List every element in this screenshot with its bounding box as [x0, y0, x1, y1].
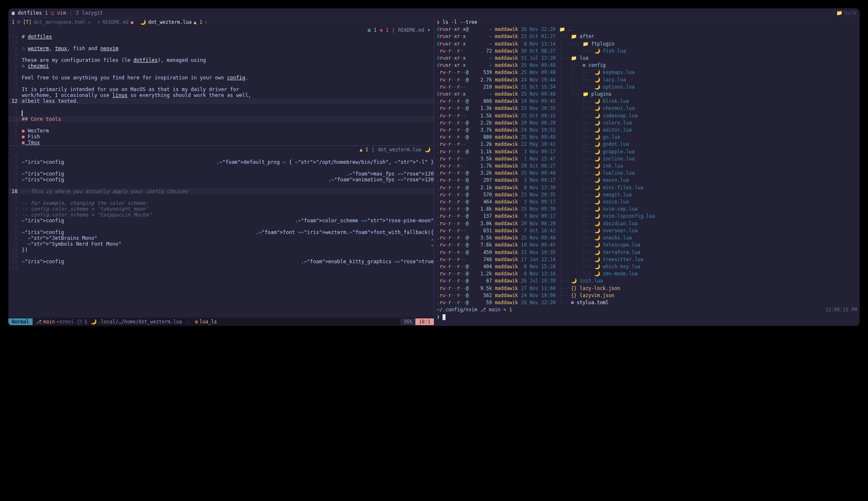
ls-row: .rw-r--r--@ 464 maddawik 3 Nov 09:17 │ ├… — [437, 198, 857, 206]
ls-row: .rw-r--r--@ 570 maddawik 23 Nov 20:35 │ … — [437, 191, 857, 198]
terminal-window: ▣ dotfiles 1 ▢ vim | 2 lazygit 📁 nvim 1⟳… — [8, 8, 860, 326]
ls-row: .rw-r--r-- 748 maddawik 17 Jun 12:14 │ ├… — [437, 256, 857, 263]
code-line: 6 — [8, 224, 434, 229]
shell-prompt: ~/.config/nvim ⎇ main ✎ 112:08:15 PM — [437, 306, 857, 313]
ls-row: .rw-r--r--@ 1.1k maddawik 3 Nov 09:17 │ … — [437, 148, 857, 155]
branch-icon: ⎇ — [36, 319, 42, 325]
code-line: 2It is primarily intended for use on Mac… — [8, 86, 434, 92]
ls-row: .rw-r--r--@ 2.1k maddawik 8 Nov 13:30 │ … — [437, 184, 857, 191]
gear-icon: ⚙ — [195, 319, 198, 325]
code-line: 5="iris">config.="foam">default_prog = {… — [8, 159, 434, 165]
ls-row: .rw-r--r-- 1.2k maddawik 22 May 10:41 │ … — [437, 141, 857, 148]
ls-row: .rw-r--r--@ 808 maddawik 10 Nov 09:45 │ … — [437, 98, 857, 105]
code-line: 1 — [8, 183, 434, 188]
code-line: 4 — [8, 122, 434, 128]
code-line: 2="iris">config.="foam">animation_fps = … — [8, 177, 434, 183]
package-icon: ⬡ 1 — [77, 319, 87, 325]
tmux-tabline: ▣ dotfiles 1 ▢ vim | 2 lazygit 📁 nvim — [8, 8, 860, 18]
code-line: 2 — [8, 110, 434, 116]
code-line: 6● Fish — [8, 134, 434, 140]
ls-row: .rw-r--r--@ 59 maddawik 26 Nov 22:20 └──… — [437, 299, 857, 306]
diagnostic-warn-icon: ▲ 1 — [359, 147, 368, 153]
winbar-filename: README.md — [398, 27, 424, 33]
code-line: 1 — [8, 194, 434, 200]
ls-row: .rw-r--r--@ 2.7k maddawik 24 Nov 19:44 │… — [437, 76, 857, 84]
shell-input[interactable]: ❯ — [437, 313, 857, 320]
ls-row: .rw-r--r-- 210 maddawik 31 Oct 15:34 │ │… — [437, 84, 857, 91]
code-line: 3 — [8, 81, 434, 86]
editor-pane-readme[interactable]: ⊞ 1 ⊗ 1 | README.md ⬇ 11# dotfiles109⌂ w… — [8, 26, 434, 145]
code-line: 12="iris">config.="foam">enable_kitty_gr… — [8, 259, 434, 264]
ls-row: .rw-r--r--@ 7.6k maddawik 10 Nov 09:45 │… — [437, 242, 857, 249]
code-line: 3## Core tools — [8, 116, 434, 122]
code-line: 5="iris">config.="foam">color_scheme = =… — [8, 218, 434, 224]
cursor-position: 18:1 — [415, 318, 434, 325]
ls-row: .rw-r--r--@ 3.0k maddawik 20 Nov 08:29 │… — [437, 220, 857, 227]
ls-row: .rw-r--r--@ 3.5k maddawik 25 Nov 09:48 │… — [437, 234, 857, 242]
ls-row: .rw-r--r--@ 2.2k maddawik 20 Nov 08:29 │… — [437, 120, 857, 127]
code-line: 8 ="str">"JetBrains Mono", — [8, 235, 434, 241]
ls-row: .rw-r--r--@ 404 maddawik 8 Nov 15:28 │ ├… — [437, 263, 857, 270]
lsp-status: ⚙ lua_ls — [195, 319, 216, 325]
code-line: 7These are my configuration files (le do… — [8, 57, 434, 63]
code-line: 12albeit less tested. — [8, 98, 434, 104]
code-line: 6⊕ chezmoi — [8, 63, 434, 69]
code-line: 6 — [8, 153, 434, 159]
ls-row: .rw-r--r-- 1.5k maddawik 25 Oct 09:15 │ … — [437, 112, 857, 120]
code-line: 10}) — [8, 247, 434, 253]
tmux-tab-1[interactable]: ▣ dotfiles 1 ▢ vim — [12, 10, 66, 16]
ls-row: .rw-r--r--@ 1.2k maddawik 8 Nov 13:16 │ … — [437, 270, 857, 277]
buffer-tabline: 1⟳[T]dot_aerospace.toml✕⬇README.md●🌙dot_… — [8, 18, 434, 26]
file-path: .local/…/home/dot_wezterm.lua — [98, 319, 182, 325]
ls-row: drwxr-xr-x@ - maddawik 26 Nov 22:20 📁 . — [437, 26, 857, 33]
code-line: 5 — [8, 69, 434, 75]
markdown-icon: ⬇ — [428, 27, 430, 33]
code-line: 9 ="str">"Symbols Nerd Font Mono", — [8, 241, 434, 247]
ls-row: .rw-r--r--@ 3.7k maddawik 24 Nov 19:51 │… — [437, 127, 857, 134]
session-name: 📁 nvim — [836, 10, 856, 16]
ls-row: .rw-r--r--@ 9.5k maddawik 27 Nov 11:04 ├… — [437, 285, 857, 292]
ls-row: .rw-r--r--@ 539 maddawik 25 Nov 09:48 │ … — [437, 69, 857, 76]
code-line: 1work/home, I occasionally use linux so … — [8, 92, 434, 98]
ls-row: .rw-r--r-- 3.5k maddawik 1 Nov 15:47 │ ├… — [437, 155, 857, 163]
folder-icon: 📁 — [836, 10, 843, 16]
ls-row: drwxr-xr-x - maddawik 23 Oct 01:27 ├── 📁… — [437, 33, 857, 40]
code-line: 10 — [8, 40, 434, 46]
code-line: 4 — [8, 165, 434, 171]
code-line: 11# dotfiles — [8, 34, 434, 40]
scroll-percent: 36% — [400, 318, 416, 325]
close-icon[interactable]: ✕ — [204, 19, 207, 25]
code-line: 2-- For example, changing the color sche… — [8, 200, 434, 206]
code-line: 3-- config.color_scheme = 'tokyonight_mo… — [8, 206, 434, 212]
git-added-icon: ⊞ 1 — [368, 27, 377, 33]
code-line: 11 — [8, 253, 434, 259]
winbar-filename: dot_wezterm.lua — [378, 147, 421, 153]
buffer-tab[interactable]: 1⟳[T]dot_aerospace.toml✕ — [8, 18, 94, 26]
ls-row: drwxr-xr-x - maddawik 31 Jul 13:20 ├── 📁… — [437, 55, 857, 62]
mode-indicator: Normal — [8, 318, 33, 325]
buffer-tab[interactable]: ⬇README.md● — [94, 18, 137, 26]
code-line: 4Feel free to use anything you find here… — [8, 75, 434, 81]
code-line: 18-- This is where you actually apply yo… — [8, 188, 434, 194]
tab-separator: | — [69, 10, 72, 16]
close-icon[interactable]: ✕ — [88, 19, 91, 25]
lua-icon: 🌙 — [425, 147, 430, 153]
tmux-tab-2[interactable]: 2 lazygit — [76, 10, 103, 16]
ls-row: .rw-r--r--@ 3.2k maddawik 25 Nov 09:48 │… — [437, 170, 857, 177]
code-line: 9⌂ wezterm, tmux, fish and neovim — [8, 46, 434, 51]
code-line: 7="iris">config.="foam">font = ="iris">w… — [8, 229, 434, 235]
code-line: 3="iris">config.="foam">max_fps = ="rose… — [8, 171, 434, 177]
shell-pane[interactable]: ❯ ls -l --treedrwxr-xr-x@ - maddawik 26 … — [434, 18, 860, 326]
ls-row: .rw-r--r--@ 450 maddawik 15 Nov 19:35 │ … — [437, 249, 857, 256]
ls-row: .rw-r--r-- 1.7k maddawik 30 Oct 08:27 │ … — [437, 163, 857, 170]
ls-row: .rw-r--r--@ 137 maddawik 3 Nov 09:17 │ ├… — [437, 213, 857, 220]
buffer-tab[interactable]: 🌙dot_wezterm.lua▲ 1✕ — [137, 18, 211, 26]
filetype-icon: 🌙 — [91, 319, 97, 325]
ls-row: drwxr-xr-x - maddawik 25 Nov 09:48 │ └──… — [437, 91, 857, 98]
diagnostic-error-icon: ⊗ 1 — [380, 27, 389, 33]
code-line: 7● Tmux — [8, 140, 434, 145]
ls-row: drwxr-xr-x - maddawik 8 Nov 13:14 │ └── … — [437, 41, 857, 48]
ls-row: .rw-r--r--@ 1.3k maddawik 23 Nov 20:35 │… — [437, 105, 857, 112]
editor-pane-wezterm[interactable]: ▲ 1 | dot_wezterm.lua 🌙 65="iris">config… — [8, 145, 434, 318]
code-line: 13 — [8, 264, 434, 270]
